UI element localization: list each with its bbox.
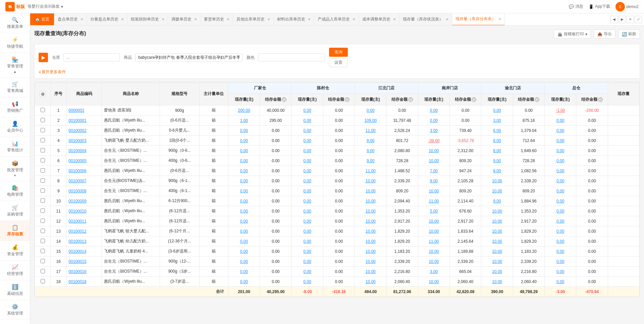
collapse-button[interactable]: ▶ <box>39 53 48 62</box>
row-factory-stock[interactable]: 0.00 <box>228 277 260 287</box>
row-chenmen-stock[interactable]: 0.00 <box>291 277 323 287</box>
row-nanan-stock[interactable]: 10.00 <box>418 186 449 196</box>
row-code[interactable]: 00100008 <box>66 186 102 196</box>
row-check[interactable] <box>41 219 45 223</box>
row-nanan-stock[interactable]: 10.00 <box>418 216 449 226</box>
user-menu[interactable]: E demo2 <box>615 2 639 11</box>
row-yuibei-stock[interactable]: 10.00 <box>481 246 513 257</box>
row-chenmen-stock[interactable]: 0.00 <box>291 236 323 246</box>
row-checkbox[interactable] <box>35 166 51 176</box>
row-yuibei-stock[interactable]: 8.00 <box>481 146 513 156</box>
row-code[interactable]: 0000003 <box>66 105 102 115</box>
tab-stocktake-close[interactable]: ✕ <box>80 17 83 21</box>
tab-expand-button[interactable]: ⤢ <box>635 16 642 23</box>
tab-material-close[interactable]: ✕ <box>308 17 311 21</box>
row-yuibei-stock[interactable]: 10.00 <box>481 186 513 196</box>
row-jiangbei-stock[interactable]: 9.00 <box>355 136 386 146</box>
row-total-stock[interactable]: 0.00 <box>544 257 576 267</box>
row-yuibei-stock[interactable]: 6.00 <box>481 126 513 136</box>
row-nanan-stock[interactable]: 11.00 <box>418 236 449 246</box>
row-jiangbei-stock[interactable]: 11.00 <box>355 166 386 176</box>
row-factory-stock[interactable]: 0.00 <box>228 216 260 226</box>
row-check[interactable] <box>41 118 45 122</box>
row-checkbox[interactable] <box>35 216 51 226</box>
row-code[interactable]: 00100007 <box>66 176 102 186</box>
sidebar-item-retail-store[interactable]: 🛒 零售商城 <box>0 78 30 97</box>
row-jiangbei-stock[interactable]: 10.00 <box>355 206 386 216</box>
info-icon-4[interactable]: ⓘ <box>472 97 476 102</box>
export-button[interactable]: 📤 导出 <box>594 30 615 39</box>
sidebar-item-search[interactable]: 🔍 搜索英单 <box>0 13 30 33</box>
row-total-stock[interactable]: -1.00 <box>544 105 576 115</box>
tab-inv-status-close[interactable]: ✕ <box>446 17 448 21</box>
row-checkbox[interactable] <box>35 105 51 115</box>
row-factory-stock[interactable]: 0.00 <box>228 206 260 216</box>
row-jiangbei-stock[interactable]: 10.00 <box>355 176 386 186</box>
tab-product-close[interactable]: ✕ <box>353 17 355 21</box>
row-checkbox[interactable] <box>35 226 51 236</box>
tab-inv-dist[interactable]: 现存量（库存分布表） ✕ <box>452 13 505 26</box>
row-nanan-stock[interactable]: 0.00 <box>418 105 449 115</box>
color-input[interactable] <box>258 53 325 61</box>
row-total-stock[interactable]: 0.00 <box>544 196 576 206</box>
row-nanan-stock[interactable]: 0.00 <box>418 115 449 126</box>
row-total-stock[interactable]: 0.00 <box>544 186 576 196</box>
row-code[interactable]: 00100004 <box>66 146 102 156</box>
row-nanan-stock[interactable]: 11.00 <box>418 196 449 206</box>
row-chenmen-stock[interactable]: 0.00 <box>291 105 323 115</box>
info-icon-1[interactable]: ⓘ <box>282 97 286 102</box>
row-total-stock[interactable]: 0.00 <box>544 206 576 216</box>
row-code[interactable]: 00100015 <box>66 257 102 267</box>
row-chenmen-stock[interactable]: 0.00 <box>291 186 323 196</box>
row-checkbox[interactable] <box>35 156 51 166</box>
row-factory-stock[interactable]: 200.00 <box>228 105 260 115</box>
row-checkbox[interactable] <box>35 126 51 136</box>
row-chenmen-stock[interactable]: 0.00 <box>291 176 323 186</box>
info-icon-6[interactable]: ⓘ <box>598 97 603 102</box>
sidebar-item-operations[interactable]: 📈 经营管理 <box>0 261 30 280</box>
row-nanan-stock[interactable]: 3.00 <box>418 126 449 136</box>
tab-split-close[interactable]: ✕ <box>121 17 124 21</box>
row-code[interactable]: 00100002 <box>66 126 102 136</box>
row-checkbox[interactable] <box>35 257 51 267</box>
row-nanan-stock[interactable]: 10.00 <box>418 146 449 156</box>
sidebar-item-finance[interactable]: 💰 资金管理 <box>0 241 30 261</box>
row-check[interactable] <box>41 188 45 193</box>
row-nanan-stock[interactable]: 10.00 <box>418 277 449 287</box>
row-total-stock[interactable]: 0.00 <box>544 176 576 186</box>
tab-transfer[interactable]: 调拨单历史 ✕ <box>168 13 201 26</box>
row-chenmen-stock[interactable]: 0.00 <box>291 166 323 176</box>
row-code[interactable]: 00100001 <box>66 115 102 126</box>
sidebar-item-member[interactable]: 👤 会员中心 <box>0 117 30 137</box>
sidebar-item-inventory[interactable]: 📋 库存核算 <box>0 221 30 241</box>
sidebar-item-system[interactable]: ⚙️ 系统管理 <box>0 300 30 320</box>
tab-stocktake[interactable]: 盘点单历史 ✕ <box>54 13 87 26</box>
row-nanan-stock[interactable]: 10.00 <box>418 226 449 236</box>
print-button[interactable]: 🖨️ 按模板打印 ▾ <box>554 30 591 39</box>
row-check[interactable] <box>41 198 45 203</box>
row-checkbox[interactable] <box>35 115 51 126</box>
row-chenmen-stock[interactable]: 0.00 <box>291 146 323 156</box>
row-code[interactable]: 00100003 <box>66 136 102 146</box>
tab-cost-close[interactable]: ✕ <box>393 17 396 21</box>
row-jiangbei-stock[interactable]: 10.00 <box>355 196 386 206</box>
row-check[interactable] <box>41 269 45 273</box>
row-total-stock[interactable]: 0.00 <box>544 236 576 246</box>
tab-inv-dist-close[interactable]: ✕ <box>498 17 501 21</box>
tab-material-out[interactable]: 材料出库单历史 ✕ <box>274 13 314 26</box>
row-chenmen-stock[interactable]: 0.00 <box>291 126 323 136</box>
row-code[interactable]: 00100014 <box>66 246 102 257</box>
goods-input[interactable] <box>135 53 243 61</box>
tab-req-close[interactable]: ✕ <box>227 17 229 21</box>
sidebar-item-retail-stats[interactable]: 📊 零售统计 <box>0 137 30 157</box>
row-checkbox[interactable] <box>35 146 51 156</box>
row-nanan-stock[interactable]: 9.00 <box>418 176 449 186</box>
info-icon-3[interactable]: ⓘ <box>408 97 413 102</box>
row-factory-stock[interactable]: 0.00 <box>228 126 260 136</box>
row-chenmen-stock[interactable]: 0.00 <box>291 206 323 216</box>
row-nanan-stock[interactable]: 10.00 <box>418 156 449 166</box>
row-factory-stock[interactable]: 0.00 <box>228 136 260 146</box>
row-code[interactable]: 00100012 <box>66 226 102 236</box>
tab-home[interactable]: 🏠 首页 <box>30 13 54 26</box>
row-code[interactable]: 00100011 <box>66 216 102 226</box>
